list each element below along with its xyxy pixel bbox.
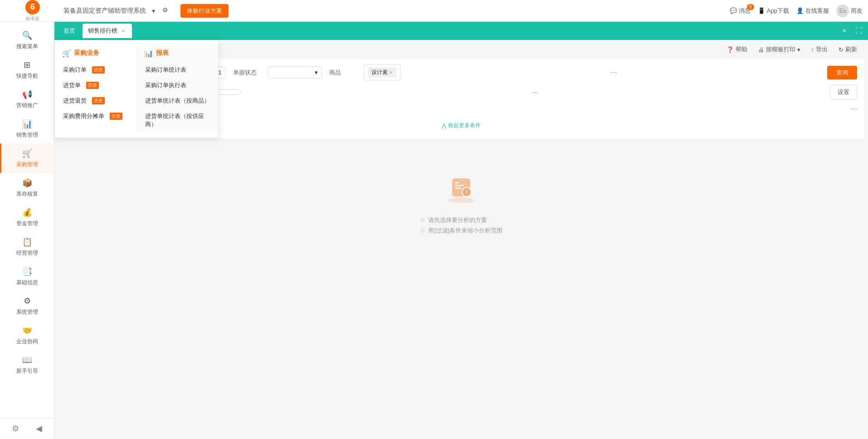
purchase-section-header: 🛒 采购业务 (59, 46, 133, 62)
print-btn[interactable]: 🖨 按模板打印 ▾ (755, 44, 804, 55)
goods-tag-remove-btn[interactable]: × (390, 69, 393, 76)
sidebar-collapse-btn[interactable]: ◀ (36, 424, 42, 434)
menu-item-goods-receipt-stats-by-goods[interactable]: 进货单统计表（按商品） (141, 93, 215, 109)
svg-rect-2 (455, 182, 459, 183)
svg-rect-3 (455, 185, 464, 186)
settings-icon[interactable]: ⚙ (162, 6, 171, 15)
sidebar-label-search: 搜索菜单 (16, 43, 38, 50)
sidebar-item-operations[interactable]: 📋 经营管理 (0, 232, 54, 261)
sidebar-label-purchase: 采购管理 (16, 161, 38, 168)
goods-input[interactable]: 设计素 × (364, 64, 400, 80)
system-dropdown-icon[interactable]: ▾ (150, 7, 157, 15)
sidebar: 🔍 搜索菜单 ⊞ 快捷导航 📢 营销推广 📊 销售管理 🛒 采购管理 📦 库存核… (0, 22, 54, 439)
tab-sales-rank[interactable]: 销售排行榜 × (83, 24, 132, 38)
logo-area: 6 标准版 (5, 0, 60, 22)
sidebar-label-base-info: 基础信息 (16, 279, 38, 286)
grid-icon: ⊞ (22, 59, 33, 70)
tab-close-btn[interactable]: × (120, 28, 127, 34)
reports-header-icon: 📊 (144, 49, 153, 58)
menu-item-goods-return[interactable]: 进货退货 历史 (59, 93, 133, 109)
logo-subtext: 标准版 (26, 15, 39, 22)
guide-icon: 📖 (22, 355, 33, 365)
empty-state: ! 请先选择要分析的方案 用[过滤]条件来缩小分析范围 (54, 142, 868, 263)
menu-item-purchase-order[interactable]: 采购订单 历史 (59, 62, 133, 78)
sidebar-item-marketing[interactable]: 📢 营销推广 (0, 84, 54, 114)
tab-bar-right: × ⛶ (839, 25, 864, 36)
message-btn[interactable]: 💬 消息 9 (730, 7, 751, 15)
history-badge-3: 历史 (110, 113, 122, 120)
sidebar-item-enterprise[interactable]: 🤝 企业协同 (0, 321, 54, 350)
sidebar-item-search[interactable]: 🔍 搜索菜单 (0, 25, 54, 55)
user-area[interactable]: Ea 用友 (836, 5, 863, 17)
header-right: 💬 消息 9 📱 App下载 👤 在线客服 Ea 用友 (730, 5, 863, 17)
refresh-icon: ↻ (839, 46, 844, 53)
finance-icon: 💰 (22, 207, 33, 218)
empty-text: 请先选择要分析的方案 用[过滤]条件来缩小分析范围 (420, 215, 502, 236)
purchase-dropdown-menu: 🛒 采购业务 采购订单 历史 进货单 历史 进货退货 历史 采购费用分摊单 历史… (54, 40, 219, 138)
export-btn[interactable]: ↑ 导出 (808, 44, 832, 55)
print-icon: 🖨 (758, 46, 764, 53)
empty-icon: ! (443, 169, 479, 206)
menu-item-purchase-order-exec[interactable]: 采购订单执行表 (141, 78, 215, 93)
sidebar-item-inventory[interactable]: 📦 库存核算 (0, 173, 54, 202)
doc-status-dropdown-icon: ▾ (315, 69, 318, 76)
sidebar-label-guide: 新手引导 (16, 367, 38, 375)
tab-maximize-btn[interactable]: ⛶ (853, 25, 864, 36)
sidebar-label-marketing: 营销推广 (16, 102, 38, 109)
sidebar-item-quick-nav[interactable]: ⊞ 快捷导航 (0, 55, 54, 84)
inventory-icon: 📦 (22, 178, 33, 188)
sidebar-item-guide[interactable]: 📖 新手引导 (0, 350, 54, 380)
sidebar-settings-btn[interactable]: ⚙ (12, 424, 19, 434)
purchase-icon: 🛒 (22, 148, 33, 159)
system-name: 装备及固定资产辅助管理系统 ▾ ⚙ 体验行业方案 (63, 4, 730, 18)
customer-dots[interactable]: ··· (850, 104, 857, 113)
search-icon: 🔍 (22, 30, 33, 41)
phone-icon: 📱 (758, 7, 765, 14)
avatar: Ea (836, 5, 849, 17)
tab-close-all-btn[interactable]: × (839, 25, 850, 36)
menu-item-goods-receipt[interactable]: 进货单 历史 (59, 78, 133, 93)
settings-btn[interactable]: 设置 (830, 85, 857, 99)
export-icon: ↑ (811, 46, 814, 53)
svg-text:!: ! (466, 189, 468, 195)
purchase-header-icon: 🛒 (62, 49, 71, 58)
marketing-icon: 📢 (22, 89, 33, 100)
sidebar-item-system[interactable]: ⚙ 系统管理 (0, 291, 54, 321)
salesperson-dots[interactable]: ··· (532, 88, 538, 97)
service-icon: 👤 (796, 7, 804, 14)
doc-status-select[interactable]: ▾ (268, 66, 322, 79)
menu-item-purchase-order-stats[interactable]: 采购订单统计表 (141, 62, 215, 78)
help-btn[interactable]: ❓ 帮助 (723, 44, 751, 55)
sidebar-item-purchase[interactable]: 🛒 采购管理 (0, 143, 54, 173)
sidebar-label-sales: 销售管理 (16, 131, 38, 139)
help-icon: ❓ (727, 46, 734, 53)
sidebar-item-base-info[interactable]: 📑 基础信息 (0, 261, 54, 291)
doc-status-label: 单据状态 (233, 69, 260, 77)
print-dropdown-icon: ▾ (797, 46, 800, 53)
history-badge-0: 历史 (92, 66, 105, 74)
online-service-btn[interactable]: 👤 在线客服 (796, 7, 829, 15)
svg-point-0 (449, 197, 474, 203)
refresh-btn[interactable]: ↻ 刷新 (835, 44, 861, 55)
sidebar-label-finance: 资金管理 (16, 220, 38, 227)
tab-bar: 首页 销售排行榜 × × ⛶ (54, 22, 868, 40)
purchase-business-column: 🛒 采购业务 采购订单 历史 进货单 历史 进货退货 历史 采购费用分摊单 历史 (55, 46, 137, 132)
tab-home[interactable]: 首页 (58, 24, 81, 38)
settings-btn-area: 设置 (830, 85, 857, 99)
query-btn[interactable]: 查询 (827, 66, 857, 79)
menu-item-goods-receipt-stats-by-supplier[interactable]: 进货单统计表（按供应商） (141, 109, 215, 132)
sidebar-item-finance[interactable]: 💰 资金管理 (0, 202, 54, 232)
collapse-arrow-icon: ⋀ (442, 123, 446, 129)
sidebar-label-quick-nav: 快捷导航 (16, 72, 38, 80)
history-badge-1: 历史 (86, 82, 99, 89)
app-download-btn[interactable]: 📱 App下载 (758, 7, 789, 15)
hint-1: 请先选择要分析的方案 (420, 215, 502, 225)
goods-dots[interactable]: ··· (610, 68, 617, 77)
enterprise-icon: 🤝 (22, 325, 33, 336)
industry-btn[interactable]: 体验行业方案 (180, 4, 229, 18)
sidebar-item-sales[interactable]: 📊 销售管理 (0, 114, 54, 143)
menu-item-purchase-expense[interactable]: 采购费用分摊单 历史 (59, 109, 133, 124)
logo-icon: 6 (25, 0, 40, 15)
sidebar-label-operations: 经营管理 (16, 249, 38, 257)
sidebar-label-enterprise: 企业协同 (16, 338, 38, 345)
